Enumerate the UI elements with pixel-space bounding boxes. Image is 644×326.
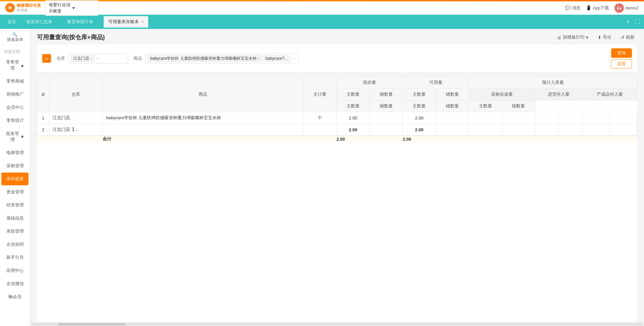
- sidebar-item-marketing[interactable]: 营销推广: [1, 88, 29, 101]
- sidebar-search[interactable]: 🔍 搜索菜单: [0, 29, 30, 45]
- content-area: 可用量查询(按仓库+商品) 🖨 按模板打印 ▾ ⬆ 导出 ↺ 刷新: [30, 29, 644, 326]
- row1-inbound-aux: [559, 112, 583, 124]
- tab-summary[interactable]: 收发存汇总表 ×: [21, 16, 62, 28]
- row2-index: 2: [37, 124, 49, 136]
- avatar: Ea: [614, 3, 624, 13]
- th-available-qty: 可用量: [403, 77, 469, 89]
- sidebar-item-enterprise-wechat-label: 企业微信: [6, 281, 24, 287]
- search-icon: 🔍: [3, 32, 27, 37]
- sidebar-item-inventory[interactable]: 库存核算: [1, 173, 29, 185]
- warehouse-tag-1-remove[interactable]: ×: [90, 57, 92, 60]
- tab-available-stock-close[interactable]: ×: [142, 20, 144, 24]
- product-tag-2-text: babycare?...: [266, 56, 288, 61]
- th-planned-inbound: 预计入库量: [469, 77, 637, 89]
- sidebar-item-chang-member[interactable]: 畅会员: [1, 290, 29, 303]
- row1-pur-main: [469, 112, 502, 124]
- row1-pur-aux: [502, 112, 535, 124]
- warehouse-tag-1-text: 江北门店: [73, 56, 89, 61]
- tab-summary-close[interactable]: ×: [55, 20, 57, 24]
- sidebar-item-ecommerce[interactable]: 电商管理: [1, 146, 29, 159]
- filter-expand-btn[interactable]: »: [42, 54, 51, 63]
- logo-text: 畅捷通好生意: [17, 3, 41, 8]
- filter-bar: » 仓库 江北门店 × ··· 商品 babycare学饮杯 儿童防摔防撞吸管杯…: [37, 44, 637, 73]
- nav-tabs-right-actions: × ⛶: [625, 17, 641, 26]
- refresh-btn[interactable]: ↺ 刷新: [618, 33, 637, 42]
- sidebar-item-enterprise-collab[interactable]: 企业协同: [1, 238, 29, 251]
- sidebar-item-basic-info[interactable]: 基础信息: [1, 212, 29, 225]
- sidebar-item-system[interactable]: 系统管理: [1, 225, 29, 238]
- warehouse-more-dots[interactable]: ···: [96, 55, 100, 61]
- row2-unit: [304, 124, 337, 136]
- th-inbound-main: 主数量: [403, 100, 436, 112]
- summary-empty-2: [49, 136, 103, 142]
- row1-product: babycare学饮杯 儿童防摔防撞吸管杯重力球吸嘴杯宝宝水杯: [103, 112, 304, 124]
- summary-pur-main: [469, 136, 502, 142]
- app-download-action[interactable]: 📱 App下载: [586, 5, 609, 11]
- summary-label: 合计: [103, 136, 304, 142]
- product-tag-1-remove[interactable]: ×: [258, 57, 260, 60]
- th-warehouse: 仓库: [49, 77, 103, 112]
- sidebar-item-operations[interactable]: 经营管理: [1, 199, 29, 212]
- tab-order-stats-close[interactable]: ×: [96, 20, 98, 24]
- th-avail-aux: 辅数量: [436, 89, 469, 100]
- warehouse-input[interactable]: 江北门店 × ···: [68, 53, 128, 64]
- message-icon: 💬: [565, 5, 571, 10]
- row1-prod-aux: [610, 112, 637, 124]
- row1-inbound-main: [535, 112, 559, 124]
- org-dropdown[interactable]: 母婴行业演示账套 ▾: [45, 0, 99, 16]
- summary-pur-aux: [502, 136, 535, 142]
- sidebar-item-retail-mgmt[interactable]: 零售管理 ▲: [1, 56, 29, 75]
- tab-order-stats-label: 要货单统计表: [67, 19, 93, 25]
- table-row: 1 江北门店 babycare学饮杯 儿童防摔防撞吸管杯重力球吸嘴杯宝宝水杯 个…: [37, 112, 637, 124]
- top-bar-right: 💬 消息 📱 App下载 Ea demo2: [565, 3, 639, 13]
- summary-inbound-aux: [559, 136, 583, 142]
- th-prod-main: 主数量: [469, 100, 502, 112]
- page-title: 可用量查询(按仓库+商品): [37, 33, 105, 41]
- summary-empty-unit: [304, 136, 337, 142]
- tab-home[interactable]: 首页: [3, 16, 21, 28]
- row1-exist-main: 2.00: [336, 112, 370, 124]
- scrollbar-thumb[interactable]: [58, 323, 125, 325]
- template-print-btn[interactable]: 🖨 按模板打印 ▾: [554, 33, 591, 42]
- export-btn[interactable]: ⬆ 导出: [595, 33, 614, 42]
- horizontal-scrollbar[interactable]: [30, 322, 644, 326]
- template-print-label: 按模板打印: [563, 34, 585, 40]
- page-header-actions: 🖨 按模板打印 ▾ ⬆ 导出 ↺ 刷新: [554, 33, 637, 42]
- summary-prod-main: [583, 136, 610, 142]
- product-label: 商品: [133, 55, 142, 61]
- sidebar-item-purchase[interactable]: 采购管理: [1, 159, 29, 172]
- settings-button[interactable]: 设置: [611, 59, 632, 68]
- sidebar-item-retail-mall[interactable]: 零售商城: [1, 75, 29, 88]
- tab-order-stats[interactable]: 要货单统计表 ×: [62, 16, 103, 28]
- tab-home-label: 首页: [7, 19, 16, 25]
- row2-inbound-main: [535, 124, 559, 136]
- summary-row: 合计 2.00 2.00: [37, 136, 637, 142]
- query-button[interactable]: 查询: [611, 48, 632, 58]
- sidebar-item-basic-info-label: 基础信息: [6, 215, 24, 221]
- row2-prod-aux: [610, 124, 637, 136]
- sidebar-nav-label: 快捷导航: [0, 46, 30, 55]
- tab-available-stock[interactable]: 可用量库存账本 ×: [104, 16, 148, 28]
- close-all-tabs-icon[interactable]: ×: [625, 17, 631, 26]
- product-input[interactable]: babycare学饮杯 儿童防摔防撞吸管杯重力球吸嘴杯宝宝水杯 × babyca…: [145, 53, 299, 64]
- row1-avail-aux: [436, 112, 469, 124]
- sidebar-item-retail-stats[interactable]: 零售统计: [1, 114, 29, 127]
- sidebar-item-marketing-label: 营销推广: [6, 91, 24, 97]
- sidebar-item-member-center[interactable]: 会员中心: [1, 101, 29, 114]
- sidebar-item-retail-mall-label: 零售商城: [6, 78, 24, 84]
- warehouse-label: 仓库: [56, 55, 65, 61]
- main-layout: 🔍 搜索菜单 快捷导航 零售管理 ▲ 零售商城 营销推广 会员中心 零售统计 批…: [0, 29, 644, 326]
- user-area[interactable]: Ea demo2: [614, 3, 639, 13]
- sidebar-item-finance[interactable]: 资金管理: [1, 186, 29, 198]
- expand-icon[interactable]: ⛶: [633, 17, 641, 26]
- sidebar-item-tutorial[interactable]: 新手引导: [1, 251, 29, 264]
- sidebar-item-system-label: 系统管理: [6, 228, 24, 234]
- summary-empty-1: [37, 136, 49, 142]
- sidebar-item-enterprise-wechat[interactable]: 企业微信: [1, 277, 29, 290]
- product-more-dots[interactable]: ···: [291, 55, 296, 61]
- scrollbar-track: [32, 323, 643, 325]
- row2-exist-aux: [370, 124, 403, 136]
- sidebar-item-app-center[interactable]: 应用中心: [1, 264, 29, 277]
- message-action[interactable]: 💬 消息: [565, 5, 581, 11]
- sidebar-item-wholesale-mgmt[interactable]: 批发管理 ▼: [1, 127, 29, 146]
